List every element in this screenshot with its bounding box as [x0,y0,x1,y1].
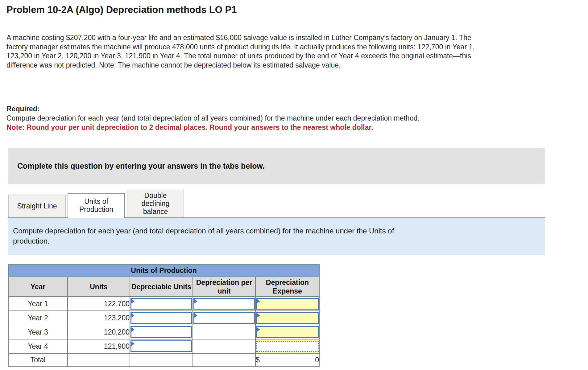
tab-double-declining-balance[interactable]: Double declining balance [127,190,184,217]
currency-symbol: $ [256,355,260,365]
cell-flag-icon [257,299,260,303]
col-header-units: Units [68,277,130,297]
col-header-depreciation-expense: Depreciation Expense [255,277,319,297]
depreciable-units-input-year-4[interactable] [130,340,192,352]
year-cell: Year 4 [8,339,68,353]
year-cell: Year 1 [8,297,68,311]
depreciable-units-input-year-1[interactable] [130,298,192,310]
table-title-row: Units of Production [8,264,319,277]
depreciation-expense-input-year-3[interactable] [256,326,319,338]
units-total-cell [68,353,130,366]
cell-flag-icon [131,342,135,346]
depreciable-units-input-year-3[interactable] [130,326,192,338]
units-cell: 120,200 [68,325,130,339]
page-title: Problem 10-2A (Algo) Depreciation method… [6,4,588,15]
year-cell: Year 2 [8,311,68,325]
tab-instruction-text: Compute depreciation for each year (and … [13,226,417,246]
depreciation-per-unit-total-cell [193,353,255,366]
total-label-cell: Total [8,353,68,366]
depreciable-units-total-cell [130,353,193,366]
depreciation-expense-input-year-2[interactable] [256,312,319,324]
tab-strip: Straight Line Units of Production Double… [8,190,545,218]
table-row-total: Total $ 0 [8,353,319,366]
cell-flag-icon [131,313,135,318]
required-label: Required: [6,104,588,113]
problem-statement: A machine costing $207,200 with a four-y… [6,33,478,70]
col-header-depreciable-units: Depreciable Units [130,277,193,297]
year-cell: Year 3 [8,325,68,339]
units-cell: 123,200 [68,311,130,325]
table-row-year-4: Year 4 121,900 [8,339,319,353]
tab-instruction-box: Compute depreciation for each year (and … [8,218,545,255]
col-header-depreciation-per-unit: Depreciation per unit [193,277,255,297]
table-row-year-2: Year 2 123,200 [8,311,319,325]
total-expense-value: 0 [315,355,319,365]
instruction-banner: Complete this question by entering your … [8,148,545,184]
cell-flag-icon [194,313,197,318]
depreciation-expense-input-year-1[interactable] [256,298,319,310]
problem-page: Problem 10-2A (Algo) Depreciation method… [6,4,588,370]
tab-straight-line[interactable]: Straight Line [8,195,66,217]
depreciation-expense-total-cell: $ 0 [255,353,319,366]
units-cell: 121,900 [68,339,130,353]
table-header-row: Year Units Depreciable Units Depreciatio… [8,277,319,297]
units-of-production-table: Units of Production Year Units Depreciab… [8,264,320,367]
cell-flag-icon [194,299,197,303]
depreciation-per-unit-input-year-2[interactable] [193,312,255,324]
depreciable-units-input-year-2[interactable] [130,312,192,324]
required-text: Compute depreciation for each year (and … [6,113,588,123]
table-title: Units of Production [8,264,319,277]
table-row-year-1: Year 1 122,700 [8,297,319,311]
cell-flag-icon [257,327,260,332]
depreciation-per-unit-input-year-1[interactable] [193,298,255,310]
depreciation-per-unit-cell-year-4 [193,339,255,353]
depreciation-expense-input-year-4[interactable] [256,341,319,352]
tab-units-of-production[interactable]: Units of Production [68,193,125,218]
rounding-note: Note: Round your per unit depreciation t… [6,123,588,132]
cell-flag-icon [257,313,260,318]
cell-flag-icon [131,299,135,303]
cell-flag-icon [131,327,135,332]
depreciation-per-unit-cell-year-3 [193,325,255,339]
table-row-year-3: Year 3 120,200 [8,325,319,339]
col-header-year: Year [8,277,68,297]
required-section: Required: Compute depreciation for each … [6,104,588,132]
units-cell: 122,700 [68,297,130,311]
